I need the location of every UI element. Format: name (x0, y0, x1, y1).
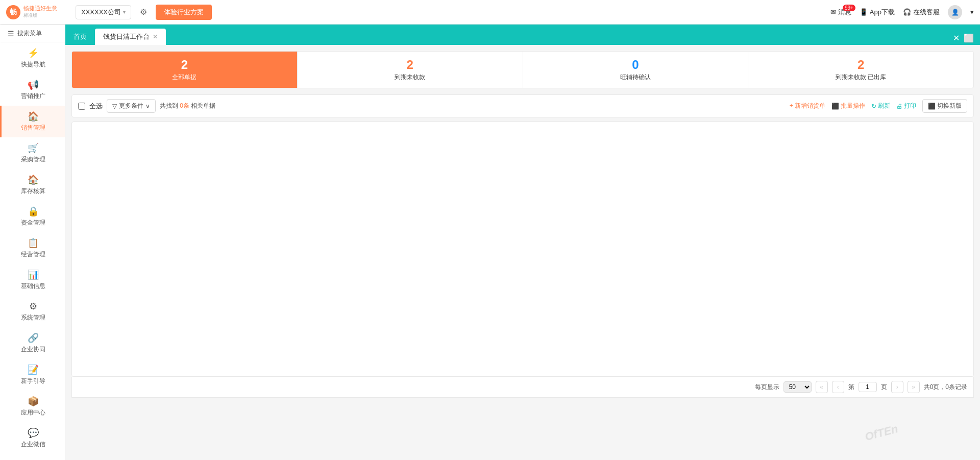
table-area (71, 122, 974, 377)
sales-icon: 🏠 (28, 111, 39, 122)
sidebar-item-operations[interactable]: 📋 经营管理 (0, 232, 65, 264)
service-icon: 🎧 (903, 8, 911, 16)
stat-label-all: 全部单据 (78, 73, 291, 82)
download-icon: 📱 (860, 8, 868, 16)
sidebar-item-wechat[interactable]: 💬 企业微信 (0, 422, 65, 454)
nav-tab-controls: ✕ ⬜ (947, 33, 980, 43)
print-button[interactable]: 🖨 打印 (896, 102, 916, 110)
filter-chevron: ∨ (145, 103, 150, 110)
user-chevron-icon: ▾ (970, 8, 974, 16)
page-total: 共0页，0条记录 (924, 383, 967, 392)
message-badge: 99+ (843, 5, 855, 11)
sidebar-label-wechat: 企业微信 (21, 440, 45, 449)
avatar[interactable]: 👤 (948, 5, 962, 19)
operations-icon: 📋 (28, 237, 39, 249)
stat-num-all: 2 (78, 58, 291, 72)
guide-icon: 📝 (28, 364, 39, 375)
sidebar-item-app-center[interactable]: 📦 应用中心 (0, 391, 65, 422)
batch-ops-button[interactable]: ⬛ 批量操作 (831, 102, 865, 110)
chevron-down-icon: ▾ (123, 9, 126, 15)
trial-button[interactable]: 体验行业方案 (156, 5, 212, 20)
top-bar: 畅 畅捷通好生意 标准版 XXXXXX公司 ▾ ⚙ 体验行业方案 ✉ 消息 99… (0, 0, 980, 25)
per-page-select[interactable]: 50 100 200 (783, 381, 812, 393)
tab-close-icon[interactable]: ✕ (153, 33, 158, 40)
found-text: 共找到 0条 相关单据 (160, 102, 215, 110)
sidebar-item-marketing[interactable]: 📢 营销推广 (0, 74, 65, 106)
per-page-label: 每页显示 (755, 383, 779, 392)
refresh-button[interactable]: ↻ 刷新 (871, 102, 890, 110)
more-filter-button[interactable]: ▽ 更多条件 ∨ (107, 99, 156, 113)
stat-tab-overdue-shipped[interactable]: 2 到期未收款 已出库 (748, 52, 973, 88)
tab-work-bench[interactable]: 钱货日清工作台 ✕ (95, 29, 166, 45)
filter-icon: ▽ (112, 103, 117, 110)
user-menu[interactable]: ▾ (970, 8, 974, 16)
sidebar-item-inventory[interactable]: 🏠 库存核算 (0, 169, 65, 201)
print-label: 打印 (904, 102, 916, 110)
print-icon: 🖨 (896, 103, 902, 110)
sidebar-label-finance: 资金管理 (21, 219, 45, 227)
pagination: 每页显示 50 100 200 « ‹ 第 页 › » 共0页，0条记录 (71, 377, 974, 398)
found-prefix: 共找到 (160, 102, 178, 109)
sidebar-item-guide[interactable]: 📝 新手引导 (0, 359, 65, 391)
inventory-icon: 🏠 (28, 174, 39, 185)
stat-tab-all[interactable]: 2 全部单据 (72, 52, 298, 88)
sidebar-label-search-menu: 搜索菜单 (17, 29, 42, 38)
batch-ops-icon: ⬛ (831, 103, 839, 110)
toolbar-right: + 新增销货单 ⬛ 批量操作 ↻ 刷新 🖨 打印 ⬛ 切换新版 (790, 99, 967, 113)
sidebar-item-quick-nav[interactable]: ⚡ 快捷导航 (0, 42, 65, 74)
quick-nav-icon: ⚡ (28, 47, 39, 59)
sidebar-item-search-menu[interactable]: ☰ 搜索菜单 (0, 25, 65, 42)
nav-tabs: 首页 钱货日清工作台 ✕ ✕ ⬜ (65, 25, 980, 45)
more-filter-label: 更多条件 (119, 102, 143, 110)
sidebar-item-basic-info[interactable]: 📊 基础信息 (0, 264, 65, 296)
sidebar-label-guide: 新手引导 (21, 377, 45, 385)
marketing-icon: 📢 (28, 79, 39, 90)
refresh-icon: ↻ (871, 103, 876, 110)
found-suffix: 相关单据 (191, 102, 215, 109)
sidebar-label-app-center: 应用中心 (21, 408, 45, 417)
logo: 畅 畅捷通好生意 标准版 (6, 5, 71, 19)
page-prefix: 第 (848, 383, 854, 392)
refresh-label: 刷新 (878, 102, 890, 110)
basic-info-icon: 📊 (28, 269, 39, 280)
tab-home[interactable]: 首页 (65, 29, 95, 45)
stat-tab-pending[interactable]: 0 旺辅待确认 (523, 52, 749, 88)
maximize-icon[interactable]: ⬜ (964, 33, 974, 43)
company-selector[interactable]: XXXXXX公司 ▾ (76, 5, 131, 19)
online-service-action[interactable]: 🎧 在线客服 (903, 8, 940, 17)
select-all-label: 全选 (89, 102, 103, 111)
message-action[interactable]: ✉ 消息 99+ (830, 8, 851, 17)
app-center-icon: 📦 (28, 396, 39, 407)
sidebar-item-finance[interactable]: 🔒 资金管理 (0, 201, 65, 232)
sidebar-item-sales[interactable]: 🏠 销售管理 (0, 106, 65, 137)
sidebar-item-system[interactable]: ⚙ 系统管理 (0, 296, 65, 327)
page-input[interactable] (859, 382, 877, 392)
first-page-button[interactable]: « (816, 381, 828, 393)
batch-ops-label: 批量操作 (841, 102, 865, 110)
company-name: XXXXXX公司 (81, 8, 121, 17)
stat-label-pending: 旺辅待确认 (529, 73, 742, 82)
switch-label: 切换新版 (937, 102, 962, 110)
switch-icon: ⬛ (928, 103, 936, 110)
new-sale-button[interactable]: + 新增销货单 (790, 102, 825, 110)
sidebar-item-purchase[interactable]: 🛒 采购管理 (0, 137, 65, 169)
toolbar-left: 全选 ▽ 更多条件 ∨ 共找到 0条 相关单据 (78, 99, 215, 113)
select-all-checkbox[interactable] (78, 103, 85, 110)
app-download-action[interactable]: 📱 App下载 (860, 8, 895, 17)
next-page-button[interactable]: › (891, 381, 903, 393)
logo-name: 畅捷通好生意 (23, 5, 57, 12)
settings-button[interactable]: ⚙ (135, 4, 152, 20)
sidebar-label-marketing: 营销推广 (21, 92, 45, 101)
finance-icon: 🔒 (28, 206, 39, 217)
minimize-icon[interactable]: ✕ (953, 33, 960, 43)
sidebar-item-member[interactable]: ▽ 畅会员 (0, 454, 65, 460)
enterprise-icon: 🔗 (28, 332, 39, 344)
last-page-button[interactable]: » (908, 381, 920, 393)
stat-tab-overdue[interactable]: 2 到期未收款 (298, 52, 523, 88)
logo-text-block: 畅捷通好生意 标准版 (23, 5, 57, 18)
sidebar-item-enterprise[interactable]: 🔗 企业协同 (0, 327, 65, 359)
switch-version-button[interactable]: ⬛ 切换新版 (922, 99, 967, 113)
prev-page-button[interactable]: ‹ (832, 381, 844, 393)
sidebar-label-operations: 经营管理 (21, 250, 45, 259)
stat-num-pending: 0 (529, 58, 742, 72)
